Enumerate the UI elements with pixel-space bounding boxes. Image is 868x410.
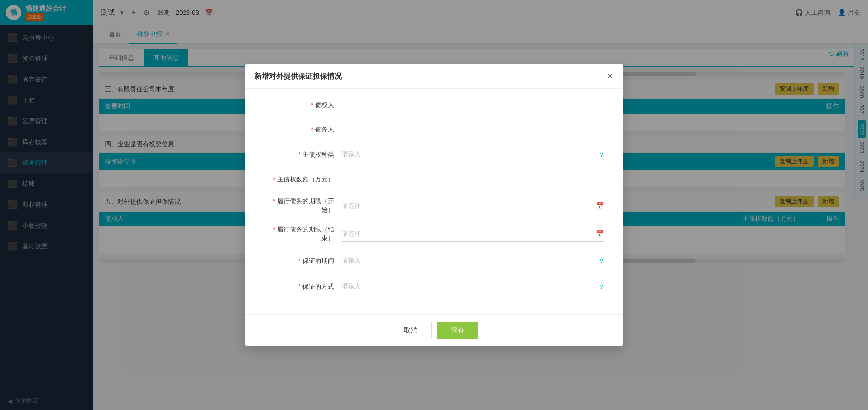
guarantee-method-label: * 保证的方式 bbox=[264, 282, 342, 291]
dialog-title: 新增对外提供保证担保情况 bbox=[254, 72, 342, 81]
form-row-guarantee-period: * 保证的期间 请输入 ∨ bbox=[264, 253, 604, 268]
period-end-placeholder: 请选择 bbox=[342, 230, 596, 238]
period-end-calendar-icon: 📅 bbox=[596, 230, 604, 238]
save-button[interactable]: 保存 bbox=[437, 322, 478, 339]
period-end-label: * 履行债务的期限（结束） bbox=[264, 225, 342, 243]
claim-type-select[interactable]: 请输入 ∨ bbox=[342, 147, 604, 162]
dialog-body: * 债权人 * 债务人 * 主债权种类 请输入 bbox=[245, 89, 623, 314]
creditor-label: * 债权人 bbox=[264, 101, 342, 110]
period-start-date[interactable]: 请选择 📅 bbox=[342, 198, 604, 213]
form-row-period-end: * 履行债务的期限（结束） 请选择 📅 bbox=[264, 225, 604, 243]
dialog-header: 新增对外提供保证担保情况 ✕ bbox=[245, 64, 623, 89]
form-row-creditor: * 债权人 bbox=[264, 98, 604, 112]
guarantee-method-arrow-icon: ∨ bbox=[599, 282, 604, 290]
period-start-placeholder: 请选择 bbox=[342, 201, 596, 210]
period-end-date[interactable]: 请选择 📅 bbox=[342, 227, 604, 242]
guarantee-period-select[interactable]: 请输入 ∨ bbox=[342, 253, 604, 268]
dialog: 新增对外提供保证担保情况 ✕ * 债权人 * 债务人 bbox=[245, 64, 623, 346]
guarantee-method-select[interactable]: 请输入 ∨ bbox=[342, 279, 604, 294]
dialog-overlay: 新增对外提供保证担保情况 ✕ * 债权人 * 债务人 bbox=[0, 0, 868, 410]
claim-amount-label: * 主债权数额（万元） bbox=[264, 175, 342, 184]
dialog-footer: 取消 保存 bbox=[245, 314, 623, 346]
claim-type-label: * 主债权种类 bbox=[264, 150, 342, 159]
guarantee-period-arrow-icon: ∨ bbox=[599, 257, 604, 264]
guarantee-period-label: * 保证的期间 bbox=[264, 257, 342, 265]
cancel-button[interactable]: 取消 bbox=[390, 322, 432, 339]
period-start-calendar-icon: 📅 bbox=[596, 202, 604, 210]
debtor-input[interactable] bbox=[342, 123, 604, 136]
form-row-claim-type: * 主债权种类 请输入 ∨ bbox=[264, 147, 604, 162]
claim-type-placeholder: 请输入 bbox=[342, 150, 599, 159]
dialog-close-button[interactable]: ✕ bbox=[606, 71, 614, 82]
form-row-debtor: * 债务人 bbox=[264, 123, 604, 136]
form-row-claim-amount: * 主债权数额（万元） bbox=[264, 173, 604, 186]
form-row-period-start: * 履行债务的期限（开始） 请选择 📅 bbox=[264, 197, 604, 214]
period-start-label: * 履行债务的期限（开始） bbox=[264, 197, 342, 214]
claim-amount-input[interactable] bbox=[342, 173, 604, 186]
debtor-label: * 债务人 bbox=[264, 125, 342, 134]
guarantee-method-placeholder: 请输入 bbox=[342, 282, 599, 291]
claim-type-arrow-icon: ∨ bbox=[599, 150, 604, 158]
form-row-guarantee-method: * 保证的方式 请输入 ∨ bbox=[264, 279, 604, 294]
guarantee-period-placeholder: 请输入 bbox=[342, 256, 599, 265]
creditor-input[interactable] bbox=[342, 98, 604, 112]
